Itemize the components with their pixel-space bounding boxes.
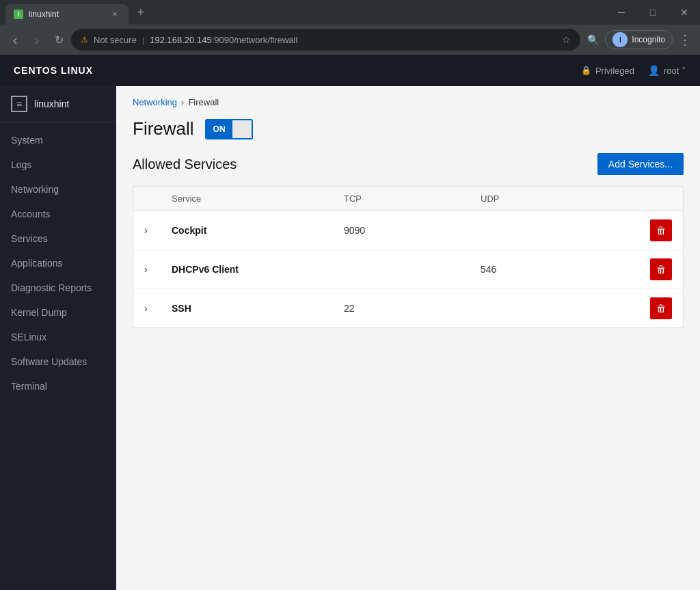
address-bar[interactable]: ⚠ Not secure | 192.168.20.145:9090/netwo… — [71, 29, 580, 51]
delete-service-button[interactable]: 🗑 — [650, 219, 672, 241]
profile-button[interactable]: I Incognito — [605, 30, 673, 49]
sidebar-item-system[interactable]: System — [0, 128, 116, 152]
reload-button[interactable]: ↻ — [49, 30, 68, 49]
expand-chevron[interactable]: › — [144, 303, 172, 314]
app-body: ≡ linuxhint SystemLogsNetworkingAccounts… — [0, 86, 700, 590]
breadcrumb: Networking › Firewall — [116, 86, 700, 113]
add-services-button[interactable]: Add Services... — [597, 153, 684, 175]
expand-chevron[interactable]: › — [144, 225, 172, 236]
window-controls: ─ □ ✕ — [606, 0, 700, 25]
firewall-toggle[interactable]: ON — [205, 119, 253, 139]
col-service: Service — [172, 193, 344, 204]
logo-icon: ≡ — [11, 96, 27, 112]
close-tab-icon[interactable]: × — [109, 9, 120, 20]
col-tcp: TCP — [344, 193, 481, 204]
minimize-button[interactable]: ─ — [606, 0, 637, 25]
breadcrumb-separator: › — [181, 97, 184, 107]
expand-chevron[interactable]: › — [144, 264, 172, 275]
new-tab-button[interactable]: + — [131, 3, 150, 22]
search-icon[interactable]: 🔍 — [583, 30, 602, 49]
not-secure-label: Not secure — [94, 35, 137, 45]
tab-title: linuxhint — [29, 10, 104, 19]
breadcrumb-current: Firewall — [188, 97, 219, 107]
logo-text: linuxhint — [34, 98, 69, 109]
main-content: Networking › Firewall Firewall ON Allowe… — [116, 86, 700, 590]
toggle-off-area — [232, 120, 252, 138]
sidebar-item-services[interactable]: Services — [0, 226, 116, 251]
address-url: 192.168.20.145:9090/network/firewall — [150, 35, 556, 45]
sidebar-nav: SystemLogsNetworkingAccountsServicesAppl… — [0, 122, 116, 404]
sidebar-logo: ≡ linuxhint — [0, 86, 116, 122]
table-header: Service TCP UDP — [133, 187, 683, 211]
url-base: 192.168.20.145 — [150, 35, 211, 45]
col-udp: UDP — [481, 193, 617, 204]
delete-service-button[interactable]: 🗑 — [650, 297, 672, 319]
sidebar-item-applications[interactable]: Applications — [0, 251, 116, 276]
url-path: :9090/network/firewall — [212, 35, 298, 45]
close-button[interactable]: ✕ — [669, 0, 700, 25]
profile-label: Incognito — [632, 35, 665, 44]
bookmark-icon[interactable]: ☆ — [562, 34, 571, 45]
page-header: Firewall ON — [116, 113, 700, 153]
user-icon: 👤 — [648, 65, 660, 76]
service-name: SSH — [172, 303, 344, 314]
sidebar-item-software-updates[interactable]: Software Updates — [0, 349, 116, 374]
tab-favicon: l — [14, 10, 23, 19]
sidebar-item-logs[interactable]: Logs — [0, 152, 116, 177]
user-label: root ˅ — [664, 66, 686, 76]
delete-service-button[interactable]: 🗑 — [650, 258, 672, 280]
title-bar: l linuxhint × + ─ □ ✕ — [0, 0, 700, 25]
tcp-value: 9090 — [344, 225, 481, 236]
col-expand — [144, 193, 172, 204]
tcp-value: 22 — [344, 303, 481, 314]
browser-toolbar: ‹ › ↻ ⚠ Not secure | 192.168.20.145:9090… — [0, 25, 700, 55]
profile-avatar: I — [612, 32, 628, 47]
sidebar-item-kernel-dump[interactable]: Kernel Dump — [0, 300, 116, 325]
browser-window: l linuxhint × + ─ □ ✕ ‹ › ↻ ⚠ Not secure… — [0, 0, 700, 55]
sidebar-item-diagnostic-reports[interactable]: Diagnostic Reports — [0, 276, 116, 300]
service-name: Cockpit — [172, 225, 344, 236]
sidebar-item-networking[interactable]: Networking — [0, 177, 116, 202]
breadcrumb-link[interactable]: Networking — [133, 97, 177, 107]
table-row: ›SSH22🗑 — [133, 289, 683, 327]
app-title: CENTOS LINUX — [14, 65, 93, 76]
page-title: Firewall — [133, 118, 194, 139]
back-button[interactable]: ‹ — [5, 30, 25, 49]
privileged-button[interactable]: 🔒 Privileged — [581, 66, 634, 76]
table-row: ›DHCPv6 Client546🗑 — [133, 250, 683, 289]
udp-value: 546 — [481, 264, 617, 275]
section-title: Allowed Services — [133, 157, 237, 172]
sidebar-item-accounts[interactable]: Accounts — [0, 202, 116, 226]
browser-menu-icon[interactable]: ⋮ — [675, 29, 695, 51]
sidebar-item-terminal[interactable]: Terminal — [0, 374, 116, 399]
service-name: DHCPv6 Client — [172, 264, 344, 275]
section-header: Allowed Services Add Services... — [116, 153, 700, 186]
privileged-label: Privileged — [595, 66, 634, 76]
maximize-button[interactable]: □ — [637, 0, 669, 25]
forward-button[interactable]: › — [27, 30, 46, 49]
user-menu[interactable]: 👤 root ˅ — [648, 65, 686, 76]
header-right: 🔒 Privileged 👤 root ˅ — [581, 65, 686, 76]
table-row: ›Cockpit9090🗑 — [133, 211, 683, 250]
toggle-on-label: ON — [206, 120, 232, 138]
sidebar-item-selinux[interactable]: SELinux — [0, 325, 116, 349]
col-actions — [617, 193, 672, 204]
browser-tab[interactable]: l linuxhint × — [5, 4, 129, 25]
lock-icon: 🔒 — [581, 66, 591, 75]
tab-bar: l linuxhint × + — [0, 0, 156, 25]
app-container: CENTOS LINUX 🔒 Privileged 👤 root ˅ ≡ lin… — [0, 55, 700, 590]
security-warning-icon: ⚠ — [81, 35, 88, 44]
services-table: Service TCP UDP ›Cockpit9090🗑›DHCPv6 Cli… — [133, 186, 684, 328]
address-separator: | — [142, 35, 144, 45]
sidebar: ≡ linuxhint SystemLogsNetworkingAccounts… — [0, 86, 116, 590]
app-header: CENTOS LINUX 🔒 Privileged 👤 root ˅ — [0, 55, 700, 86]
